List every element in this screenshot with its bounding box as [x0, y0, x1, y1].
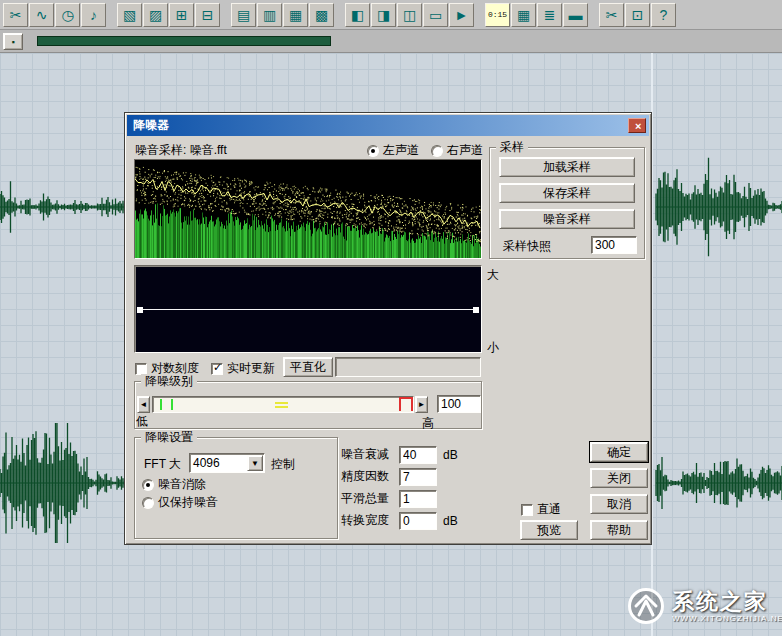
envelope-right-handle[interactable] — [473, 307, 479, 313]
close-action-button[interactable]: 关闭 — [590, 468, 648, 488]
wave-button[interactable]: ∿ — [29, 3, 54, 27]
noise-sample-button[interactable]: 噪音采样 — [499, 209, 635, 229]
parameter-label: 转换宽度 — [341, 512, 393, 529]
waveform-editor[interactable]: 降噪器 × 噪音采样: 噪音.fft 左声道 右声道 — [0, 53, 782, 636]
ok-button[interactable]: 确定 — [590, 442, 648, 462]
spectral-view-button[interactable]: ▩ — [309, 3, 334, 27]
fft-size-select[interactable]: 4096 ▼ — [189, 453, 265, 473]
level-slider-track[interactable] — [152, 396, 414, 413]
dialog-titlebar[interactable]: 降噪器 × — [127, 115, 649, 136]
window-split-button[interactable]: ◫ — [397, 3, 422, 27]
chevron-down-icon[interactable]: ▼ — [247, 455, 263, 471]
load-sample-button[interactable]: 加载采样 — [499, 157, 635, 177]
wave-icon: ∿ — [36, 8, 48, 22]
level-decrease-button[interactable]: ◄ — [137, 396, 150, 413]
parameter-row: 噪音衰减 dB — [341, 446, 501, 463]
list-icon: ≣ — [544, 8, 556, 22]
snapshot-input[interactable] — [591, 236, 637, 254]
note-button[interactable]: ♪ — [81, 3, 106, 27]
grid-view-icon: ▦ — [289, 8, 302, 22]
bars-icon: ▬ — [569, 8, 583, 22]
toolbar-group-window: ◧◨◫▭► — [345, 3, 474, 27]
radio-icon[interactable] — [142, 497, 154, 509]
preview-button[interactable]: 预览 — [520, 520, 578, 540]
help-button[interactable]: ? — [651, 3, 676, 27]
track-view-button[interactable]: ▤ — [231, 3, 256, 27]
square-icon: ▪ — [11, 37, 14, 47]
right-channel-radio[interactable]: 右声道 — [431, 142, 483, 159]
ruler-icon: ▦ — [517, 8, 530, 22]
right-channel-label: 右声道 — [447, 142, 483, 159]
checkbox-icon[interactable] — [521, 504, 533, 516]
envelope-left-handle[interactable] — [137, 307, 143, 313]
checkbox-icon[interactable] — [135, 363, 147, 375]
transport-small-button[interactable]: ▪ — [3, 33, 23, 50]
window-button[interactable]: ▭ — [423, 3, 448, 27]
realtime-update-checkbox[interactable]: 实时更新 — [211, 360, 275, 377]
grid-view-button[interactable]: ▦ — [283, 3, 308, 27]
zoom-select-button[interactable]: ▧ — [117, 3, 142, 27]
audio-editor-window: ✂∿◷♪ ▧▨⊞⊟ ▤▥▦▩ ◧◨◫▭► 0:15▦≣▬ ✂⊡? ▪ 降噪器 × — [0, 0, 782, 636]
parameter-label: 精度因数 — [341, 468, 393, 485]
radio-icon[interactable] — [142, 479, 154, 491]
radio-icon[interactable] — [431, 145, 443, 157]
help-button[interactable]: 帮助 — [590, 520, 648, 540]
zoom-out-button[interactable]: ⊟ — [195, 3, 220, 27]
snip-icon: ✂ — [606, 8, 618, 22]
parameter-input[interactable] — [399, 468, 437, 486]
calculator-button[interactable]: ⊡ — [625, 3, 650, 27]
mixer-view-button[interactable]: ▥ — [257, 3, 282, 27]
bypass-checkbox[interactable]: 直通 — [521, 501, 561, 518]
parameter-input[interactable] — [399, 490, 437, 508]
cut-button[interactable]: ✂ — [3, 3, 28, 27]
session-progress-bar[interactable] — [37, 36, 331, 46]
envelope-min-label: 小 — [487, 340, 499, 354]
list-button[interactable]: ≣ — [537, 3, 562, 27]
bypass-label: 直通 — [537, 501, 561, 518]
bars-button[interactable]: ▬ — [563, 3, 588, 27]
zoom-in-button[interactable]: ⊞ — [169, 3, 194, 27]
realtime-update-label: 实时更新 — [227, 360, 275, 377]
checkbox-icon[interactable] — [211, 363, 223, 375]
close-icon: × — [635, 120, 641, 132]
level-increase-button[interactable]: ► — [415, 396, 428, 413]
watermark: 系统之家 WWW.XITONGZHIJIA.NET — [626, 586, 782, 626]
parameter-input[interactable] — [399, 446, 437, 464]
zoom-in-icon: ⊞ — [176, 8, 188, 22]
envelope-max-label: 大 — [487, 268, 499, 282]
fft-size-label: FFT 大 — [144, 457, 181, 471]
cancel-button[interactable]: 取消 — [590, 494, 648, 514]
window-right-button[interactable]: ◨ — [371, 3, 396, 27]
save-sample-button[interactable]: 保存采样 — [499, 183, 635, 203]
toolbar-group-zoom: ▧▨⊞⊟ — [117, 3, 220, 27]
parameter-input[interactable] — [399, 512, 437, 530]
remove-noise-radio[interactable]: 噪音消除 — [142, 476, 206, 493]
clock-button[interactable]: ◷ — [55, 3, 80, 27]
level-value-input[interactable] — [437, 395, 481, 413]
left-channel-radio[interactable]: 左声道 — [367, 142, 419, 159]
radio-icon[interactable] — [367, 145, 379, 157]
parameter-label: 平滑总量 — [341, 490, 393, 507]
zoom-wave-button[interactable]: ▨ — [143, 3, 168, 27]
note-icon: ♪ — [90, 8, 97, 22]
parameter-row: 精度因数 — [341, 468, 501, 485]
sampling-group-label: 采样 — [496, 140, 528, 155]
window-left-icon: ◧ — [351, 8, 364, 22]
snip-button[interactable]: ✂ — [599, 3, 624, 27]
flatten-button[interactable]: 平直化 — [283, 357, 333, 377]
envelope-line[interactable] — [137, 309, 479, 310]
noise-envelope-display — [134, 265, 482, 353]
parameters-column: 噪音衰减 dB 精度因数 平滑总量 — [341, 446, 501, 529]
window-left-button[interactable]: ◧ — [345, 3, 370, 27]
level-group-label: 降噪级别 — [141, 374, 197, 389]
close-button[interactable]: × — [628, 118, 646, 133]
level-high-label: 高 — [422, 416, 434, 430]
time-display-button[interactable]: 0:15 — [485, 3, 510, 27]
slider-mark-yellow — [275, 406, 288, 408]
watermark-title: 系统之家 — [672, 590, 782, 614]
ruler-button[interactable]: ▦ — [511, 3, 536, 27]
play-button[interactable]: ► — [449, 3, 474, 27]
status-panel — [335, 357, 481, 377]
keep-noise-radio[interactable]: 仅保持噪音 — [142, 494, 218, 511]
dialog-title: 降噪器 — [133, 117, 169, 134]
